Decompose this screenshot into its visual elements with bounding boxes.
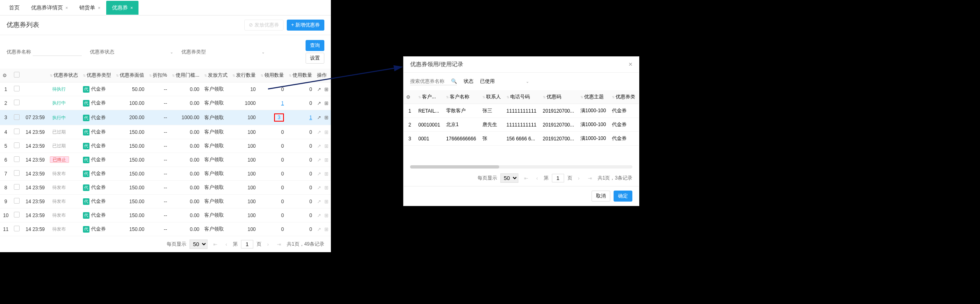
search-icon[interactable]: 🔍 [451,78,457,84]
row-checkbox[interactable] [14,114,20,120]
tab-sales-order[interactable]: 销货单× [74,1,106,15]
table-row[interactable]: 2 执行中 代代金券 100.00 -- 0.00 客户领取 1000 1 0 … [0,96,331,110]
table-row[interactable]: 200010001北京1唐先生111111111112019120700...满… [404,118,639,132]
qrcode-icon[interactable]: ⊞ [324,115,328,120]
table-row[interactable]: 3 07 23:59 执行中 代代金券 200.00 -- 1000.00 客户… [0,110,331,125]
claim-count-highlight[interactable]: 3 [274,113,284,122]
use-count-link[interactable]: 1 [309,115,312,120]
coupon-name-input[interactable] [33,48,82,56]
share-icon[interactable]: ↗ [317,199,321,204]
table-row[interactable]: 7 14 23:59 待发布 代代金券 150.00 -- 0.00 客户领取 … [0,167,331,181]
prev-page-button[interactable]: ‹ [223,241,230,248]
table-row[interactable]: 6 14 23:59 已终止 代代金券 150.00 -- 0.00 客户领取 … [0,153,331,167]
confirm-button[interactable]: 确定 [614,191,632,202]
tab-home[interactable]: 首页 [3,1,25,15]
horizontal-scrollbar[interactable] [410,165,632,169]
table-row[interactable]: 11 14 23:59 待发布 代代金券 150.00 -- 0.00 客户领取… [0,222,331,236]
close-icon[interactable]: × [629,61,632,68]
modal-per-page-select[interactable]: 50 [500,173,518,183]
share-icon[interactable]: ↗ [317,226,321,232]
modal-status-select[interactable]: 已使用 ⌄ [480,78,529,85]
qrcode-icon[interactable]: ⊞ [324,143,328,149]
col-status[interactable]: 优惠券状态 [54,72,78,78]
mcol-subject[interactable]: 优惠主题 [584,94,604,100]
share-icon[interactable]: ↗ [317,213,321,218]
last-page-button[interactable]: ⇥ [275,241,284,248]
table-row[interactable]: 4 14 23:59 已过期 代代金券 150.00 -- 0.00 客户领取 … [0,125,331,139]
cancel-button[interactable]: 取消 [592,191,610,202]
per-page-select[interactable]: 50 [190,240,208,249]
mcol-contact[interactable]: 联系人 [486,94,501,100]
table-row[interactable]: 8 14 23:59 待发布 代代金券 150.00 -- 0.00 客户领取 … [0,181,331,195]
gear-icon[interactable]: ⚙ [2,73,7,78]
row-checkbox[interactable] [14,212,20,217]
col-method[interactable]: 发放方式 [208,72,228,78]
share-icon[interactable]: ↗ [317,157,321,163]
col-discount[interactable]: 折扣% [153,72,167,78]
mcol-type[interactable]: 优惠券类 [616,94,635,100]
col-threshold[interactable]: 使用门槛... [176,72,199,78]
qrcode-icon[interactable]: ⊞ [324,213,328,218]
distribute-coupon-button[interactable]: ⊘发放优惠券 [244,20,284,31]
row-checkbox[interactable] [14,184,20,190]
add-coupon-button[interactable]: + 新增优惠券 [287,20,324,31]
share-icon[interactable]: ↗ [317,171,321,177]
status-select[interactable]: ⌄ [116,50,173,54]
share-icon[interactable]: ↗ [317,87,321,92]
close-icon[interactable]: × [65,5,68,10]
col-use[interactable]: 使用数量 [292,72,312,78]
claim-count-link[interactable]: 1 [281,100,284,106]
qrcode-icon[interactable]: ⊞ [324,199,328,204]
qrcode-icon[interactable]: ⊞ [324,185,328,191]
modal-search-input[interactable] [410,78,451,84]
tab-coupon[interactable]: 优惠券× [106,1,138,15]
share-icon[interactable]: ↗ [317,100,321,106]
share-icon[interactable]: ↗ [317,129,321,135]
tab-coupon-detail[interactable]: 优惠券详情页× [25,1,74,15]
type-select[interactable]: ⌄ [208,50,265,54]
first-page-button[interactable]: ⇤ [211,241,220,248]
gear-icon[interactable]: ⚙ [406,94,411,100]
mcol-phone[interactable]: 电话号码 [510,94,530,100]
mcol-code[interactable]: 优惠码 [547,94,561,100]
col-issue[interactable]: 发行数量 [236,72,256,78]
col-type[interactable]: 优惠券类型 [87,72,111,78]
table-row[interactable]: 3000117666666666张156 6666 6...2019120700… [404,132,639,146]
row-checkbox[interactable] [14,100,20,105]
row-checkbox[interactable] [14,170,20,176]
modal-last-page[interactable]: ⇥ [585,175,594,182]
modal-prev-page[interactable]: ‹ [534,175,540,182]
modal-first-page[interactable]: ⇤ [522,175,531,182]
row-checkbox[interactable] [14,156,20,162]
row-checkbox[interactable] [14,142,20,148]
table-row[interactable]: 10 14 23:59 待发布 代代金券 150.00 -- 0.00 客户领取… [0,209,331,222]
table-row[interactable]: 1RETAIL...零散客户张三111111111112019120700...… [404,104,639,118]
close-icon[interactable]: × [98,5,100,10]
modal-next-page[interactable]: › [576,175,582,182]
table-row[interactable]: 9 14 23:59 待发布 代代金券 150.00 -- 0.00 客户领取 … [0,195,331,209]
qrcode-icon[interactable]: ⊞ [324,171,328,177]
close-icon[interactable]: × [130,5,133,10]
col-face[interactable]: 优惠券面值 [120,72,144,78]
table-row[interactable]: 5 14 23:59 已过期 代代金券 150.00 -- 0.00 客户领取 … [0,139,331,153]
page-input[interactable] [241,240,253,249]
row-checkbox[interactable] [14,86,20,91]
qrcode-icon[interactable]: ⊞ [324,87,328,92]
settings-button[interactable]: 设置 [306,53,324,64]
table-row[interactable]: 1 待执行 代代金券 50.00 -- 0.00 客户领取 10 0 0 ↗⊞ [0,82,331,96]
row-checkbox[interactable] [14,129,20,134]
row-checkbox[interactable] [14,198,20,204]
share-icon[interactable]: ↗ [317,143,321,149]
next-page-button[interactable]: › [265,241,271,248]
row-checkbox[interactable] [14,226,20,231]
mcol-cid[interactable]: 客户... [422,94,436,100]
qrcode-icon[interactable]: ⊞ [324,129,328,135]
modal-page-input[interactable] [552,174,564,182]
select-all-checkbox[interactable] [14,72,20,78]
qrcode-icon[interactable]: ⊞ [324,157,328,163]
share-icon[interactable]: ↗ [317,115,321,120]
qrcode-icon[interactable]: ⊞ [324,100,328,106]
col-claim[interactable]: 领用数量 [264,72,284,78]
query-button[interactable]: 查询 [306,40,324,51]
mcol-cname[interactable]: 客户名称 [450,94,469,100]
